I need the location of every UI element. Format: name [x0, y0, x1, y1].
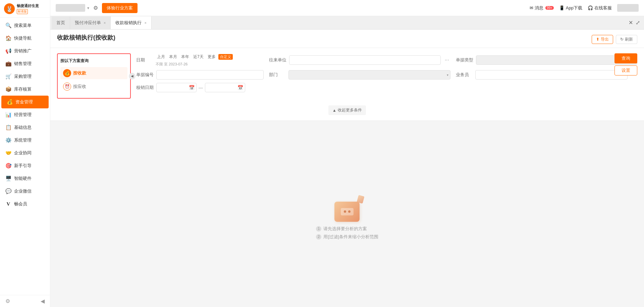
refresh-button[interactable]: ↻ 刷新: [616, 35, 637, 44]
counterparty-label: 往来单位: [269, 57, 286, 63]
date-more[interactable]: 更多: [206, 53, 217, 60]
date-to: 至 2023-07-26: [164, 62, 187, 66]
logo-text-area: 畅捷通好生意 标准版: [17, 3, 39, 14]
date-custom-badge[interactable]: 自定义: [218, 54, 233, 60]
main-area: ▾ ⚙ 体验行业方案 ✉ 消息 99+ 📱 App下载 🎧 在线客服 首: [50, 0, 644, 307]
sidebar-item-guide[interactable]: 🎯 新手引导: [0, 159, 50, 172]
filter-option-by-receipt[interactable]: 💰 按收款: [60, 67, 127, 79]
sidebar-item-search[interactable]: 🔍 搜索菜单: [0, 19, 50, 32]
robot-eye-left: [344, 210, 346, 213]
message-badge: 99+: [545, 6, 554, 10]
date-sub-text: 不限 至 2023-07-26: [156, 62, 233, 67]
date-unlimited: 不限: [156, 62, 163, 66]
topbar-left: ▾ ⚙ 体验行业方案: [56, 3, 138, 13]
online-service-button[interactable]: 🎧 在线客服: [588, 5, 612, 11]
chevron-down-icon[interactable]: ▾: [87, 6, 89, 10]
sidebar-item-label: 营销推广: [14, 48, 32, 54]
filter-option-by-receivable[interactable]: ⏰ 按应收: [60, 81, 127, 93]
date-field: 日期 上月 本月 本年 近7天 更多 自定义 不限: [136, 53, 264, 67]
tab-payment-verify[interactable]: 收款核销执行 ×: [111, 16, 151, 29]
filter-fields: 日期 上月 本月 本年 近7天 更多 自定义 不限: [136, 53, 637, 99]
tab-payment-close[interactable]: ×: [144, 21, 146, 25]
robot-body: [334, 202, 360, 222]
filter-panel-title: 按以下方案查询: [60, 58, 127, 64]
content-area: 1 请先选择要分析的方案 2 用[过滤]条件来缩小分析范围: [50, 121, 644, 307]
bill-no-field: 单据编号: [136, 70, 264, 80]
calendar-start-icon[interactable]: 📅: [189, 85, 195, 90]
date-last-month[interactable]: 上月: [156, 53, 166, 60]
filter-row-3: 核销日期 2023-03-01 📅 — 2023-07-21 📅: [136, 83, 637, 92]
sidebar-item-system[interactable]: ⚙️ 系统管理: [0, 134, 50, 147]
online-service-label: 在线客服: [594, 5, 612, 11]
sidebar-item-member[interactable]: V 畅会员: [0, 198, 50, 210]
verify-date-range: 2023-03-01 📅 — 2023-07-21 📅: [156, 83, 245, 92]
receipt-icon: 💰: [63, 69, 71, 77]
sidebar-item-nav[interactable]: 🏠 快捷导航: [0, 32, 50, 45]
sidebar-item-label: 库存核算: [14, 86, 32, 92]
tab-prepay[interactable]: 预付冲应付单 ×: [70, 16, 111, 29]
collapse-conditions-button[interactable]: ▲ 收起更多条件: [328, 105, 366, 115]
robot-face: [341, 208, 354, 215]
refresh-icon: ↻: [620, 37, 624, 42]
department-label: 部门: [269, 72, 286, 78]
sidebar-item-label: 智能硬件: [14, 175, 32, 182]
bill-type-select-wrapper: ▾: [476, 55, 637, 65]
collapse-sidebar-icon[interactable]: ◀: [41, 298, 45, 304]
topbar-gear-icon[interactable]: ⚙: [93, 5, 98, 11]
sidebar-item-finance[interactable]: 💰 资金管理: [1, 96, 49, 108]
export-button[interactable]: ⬆ 导出: [592, 35, 613, 44]
date-range-dash: —: [199, 85, 203, 90]
sidebar-item-marketing[interactable]: 📢 营销推广: [0, 45, 50, 57]
sidebar-item-basic-info[interactable]: 📋 基础信息: [0, 121, 50, 134]
sidebar-item-label: 系统管理: [14, 137, 32, 143]
app-download-label: App下载: [566, 5, 582, 11]
verify-date-label: 核销日期: [136, 85, 154, 91]
app-download-button[interactable]: 📱 App下载: [559, 5, 582, 11]
date-this-month[interactable]: 本月: [168, 53, 178, 60]
solution-button[interactable]: 体验行业方案: [102, 3, 138, 13]
bill-no-input[interactable]: [156, 70, 264, 80]
date-this-year[interactable]: 本年: [180, 53, 191, 60]
sidebar-item-hardware[interactable]: 🖥️ 智能硬件: [0, 172, 50, 185]
salesperson-input[interactable]: [475, 70, 628, 80]
header-actions: ⬆ 导出 ↻ 刷新: [592, 35, 637, 44]
message-icon: ✉: [530, 5, 533, 10]
bill-type-select[interactable]: [476, 55, 637, 65]
settings-icon[interactable]: ⚙: [5, 298, 10, 304]
guide-icon: 🎯: [5, 163, 11, 169]
counterparty-input[interactable]: [289, 55, 441, 65]
department-select[interactable]: [288, 70, 450, 80]
counterparty-field: 往来单位 ···: [269, 55, 450, 65]
logo-title: 畅捷通好生意: [17, 3, 39, 8]
robot-arm: [357, 195, 365, 204]
empty-illustration: [327, 188, 367, 222]
account-selector[interactable]: ▾: [56, 4, 89, 12]
message-button[interactable]: ✉ 消息 99+: [530, 5, 554, 11]
sidebar-item-sales[interactable]: 💼 销售管理: [0, 57, 50, 70]
user-avatar[interactable]: [617, 4, 639, 12]
setting-button[interactable]: 设置: [614, 65, 637, 75]
sidebar-item-label: 畅会员: [14, 201, 27, 207]
member-icon: V: [5, 201, 11, 207]
bill-type-label: 单据类型: [456, 57, 473, 63]
headset-icon: 🎧: [588, 5, 593, 10]
export-label: 导出: [601, 37, 609, 42]
tab-home[interactable]: 首页: [52, 16, 70, 29]
sidebar-item-inventory[interactable]: 📦 库存核算: [0, 83, 50, 96]
tab-prepay-close[interactable]: ×: [104, 21, 106, 25]
sidebar-item-operations[interactable]: 📊 经营管理: [0, 108, 50, 121]
counterparty-more-icon[interactable]: ···: [443, 57, 450, 63]
panel-collapse-arrow[interactable]: ◀: [129, 73, 136, 80]
sidebar-item-wechat[interactable]: 💬 企业微信: [0, 185, 50, 198]
query-button[interactable]: 查询: [614, 53, 637, 63]
sidebar: 🐰 畅捷通好生意 标准版 🔍 搜索菜单 🏠 快捷导航 📢 营销推广 💼 销售管理…: [0, 0, 50, 307]
date-7days[interactable]: 近7天: [192, 53, 205, 60]
filter-area: 按以下方案查询 💰 按收款 ⏰ 按应收 ◀ 日期: [50, 48, 644, 121]
sidebar-item-collab[interactable]: 🤝 企业协同: [0, 147, 50, 159]
calendar-end-icon[interactable]: 📅: [237, 85, 243, 90]
maximize-button[interactable]: ⤢: [636, 19, 640, 26]
sidebar-item-purchase[interactable]: 🛒 采购管理: [0, 70, 50, 83]
bill-no-label: 单据编号: [136, 72, 154, 78]
close-all-tabs-button[interactable]: ✕: [629, 19, 633, 26]
sidebar-item-label: 企业协同: [14, 150, 32, 156]
